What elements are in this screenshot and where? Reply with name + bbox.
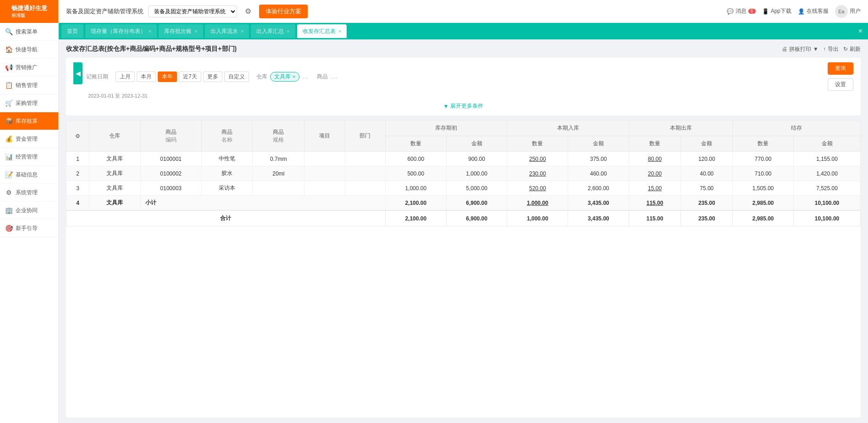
messages-btn[interactable]: 💬 消息 6 [727, 7, 756, 15]
page-title: 收发存汇总表(按仓库+商品编码+商品+规格型号+项目+部门) [66, 45, 237, 53]
tab-summary-close[interactable]: × [287, 29, 289, 34]
sidebar-item-enterprise[interactable]: 🏢 企业协同 [0, 202, 58, 220]
tab-batch-account-close[interactable]: × [194, 29, 197, 34]
avatar-text: Ea [838, 9, 844, 14]
tab-home[interactable]: 首页 [61, 24, 83, 38]
date-label: 记账日期 [86, 73, 108, 81]
sidebar-label-sales: 销售管理 [16, 82, 38, 89]
settings-icon[interactable]: ⚙ [242, 5, 254, 18]
total-row: 合计 2,100.00 6,900.00 1,000.00 3,435.00 1… [66, 210, 861, 226]
collapse-arrow-btn[interactable]: ◀ [73, 62, 83, 84]
row3-out-qty[interactable]: 15.00 [629, 181, 681, 196]
col-group-opening: 库存期初 [385, 121, 507, 136]
sidebar-item-operations[interactable]: 📊 经营管理 [0, 148, 58, 166]
tab-inventory-dist-close[interactable]: × [149, 29, 151, 34]
product-label: 商品 [317, 73, 328, 81]
date-btn-last-month[interactable]: 上月 [116, 71, 135, 82]
tab-recv-summary[interactable]: 收发存汇总表 × [297, 24, 347, 38]
row1-in-qty[interactable]: 250.00 [507, 152, 568, 166]
app-logo: 畅捷通好生意 标准版 [0, 0, 58, 23]
export-btn[interactable]: ↑ 导出 [823, 45, 839, 53]
row2-in-amt: 460.00 [568, 166, 629, 181]
subtotal-out-qty[interactable]: 115.00 [629, 196, 681, 211]
subtotal-in-amt: 3,435.00 [568, 196, 629, 211]
row2-balance-qty: 710.00 [733, 166, 794, 181]
sales-icon: 📋 [5, 81, 13, 89]
date-btn-this-month[interactable]: 本月 [137, 71, 156, 82]
sidebar-item-marketing[interactable]: 📢 营销推广 [0, 59, 58, 77]
topbar: 装备及固定资产辅助管理系统 装备及固定资产辅助管理系统 ⚙ 体验行业方案 💬 消… [59, 0, 868, 23]
tab-batch-account[interactable]: 库存批次账 × [159, 24, 203, 38]
app-download-btn[interactable]: 📱 App下载 [762, 7, 791, 15]
sidebar-item-inventory[interactable]: 📦 库存核算 [0, 112, 58, 130]
col-settings[interactable]: ⚙ [66, 121, 89, 152]
warehouse-filter-dots[interactable]: ... [302, 73, 310, 80]
tab-summary[interactable]: 出入库汇总 × [251, 24, 295, 38]
warehouse-tag-remove[interactable]: × [293, 74, 295, 79]
set-btn[interactable]: 设置 [828, 78, 853, 91]
row1-seq: 1 [66, 152, 89, 166]
row3-department [345, 181, 385, 196]
sidebar-item-base-info[interactable]: 📝 基础信息 [0, 166, 58, 184]
subtotal-in-qty[interactable]: 1,000.00 [507, 196, 568, 211]
row3-product-name: 采访本 [201, 181, 253, 196]
sidebar-label-system: 系统管理 [16, 189, 38, 197]
date-btn-this-year[interactable]: 本年 [158, 71, 177, 82]
col-product-spec: 商品规格 [253, 121, 304, 152]
col-group-in: 本期入库 [507, 121, 629, 136]
messages-badge: 6 [748, 9, 756, 14]
date-btn-more[interactable]: 更多 [203, 71, 222, 82]
sidebar-item-purchase[interactable]: 🛒 采购管理 [0, 94, 58, 112]
table-settings-icon[interactable]: ⚙ [75, 133, 80, 139]
tab-flow[interactable]: 出入库流水 × [205, 24, 249, 38]
row1-in-amt: 375.00 [568, 152, 629, 166]
query-btn[interactable]: 查询 [828, 62, 853, 75]
expand-conditions-btn[interactable]: ▼ 展开更多条件 [73, 99, 853, 111]
row2-in-qty[interactable]: 230.00 [507, 166, 568, 181]
sidebar-label-search: 搜索菜单 [16, 28, 38, 36]
user-menu[interactable]: Ea 用户 [835, 5, 861, 18]
home-icon: 🏠 [5, 45, 13, 54]
subtotal-label: 小计 [140, 196, 385, 211]
expand-label: 展开更多条件 [450, 102, 483, 110]
tab-batch-account-label: 库存批次账 [164, 27, 192, 35]
row1-out-qty[interactable]: 80.00 [629, 152, 681, 166]
content-area: 收发存汇总表(按仓库+商品编码+商品+规格型号+项目+部门) 🖨 拼板打印 ▼ … [59, 39, 868, 423]
col-out-amt: 金额 [681, 136, 733, 152]
tab-inventory-dist[interactable]: 现存量（库存分布表） × [85, 24, 157, 38]
date-btn-custom[interactable]: 自定义 [224, 71, 249, 82]
system-select[interactable]: 装备及固定资产辅助管理系统 [148, 5, 237, 17]
purchase-icon: 🛒 [5, 99, 13, 107]
online-support-btn[interactable]: 👤 在线客服 [798, 7, 829, 15]
row3-opening-qty: 1,000.00 [385, 181, 446, 196]
tab-inventory-dist-label: 现存量（库存分布表） [91, 27, 146, 35]
col-balance-qty: 数量 [733, 136, 794, 152]
total-in-qty: 1,000.00 [507, 210, 568, 226]
user-label: 用户 [850, 7, 861, 15]
date-btn-7days[interactable]: 近7天 [179, 71, 201, 82]
row1-product-spec: 0.7mm [253, 152, 304, 166]
sidebar-item-guide[interactable]: 🎯 新手引导 [0, 220, 58, 237]
row3-in-qty[interactable]: 520.00 [507, 181, 568, 196]
avatar: Ea [835, 5, 848, 18]
system-icon: ⚙ [5, 188, 13, 197]
print-btn[interactable]: 🖨 拼板打印 ▼ [782, 45, 818, 53]
tab-bar-close-btn[interactable]: × [855, 27, 866, 35]
date-buttons: 上月 本月 本年 近7天 更多 自定义 [116, 71, 249, 82]
sidebar-label-marketing: 营销推广 [16, 64, 38, 71]
row2-out-qty[interactable]: 20.00 [629, 166, 681, 181]
refresh-btn[interactable]: ↻ 刷新 [843, 45, 861, 53]
product-filter-dots[interactable]: ... [331, 73, 338, 80]
warehouse-tag[interactable]: 文具库 × [270, 72, 299, 82]
row3-balance-amt: 7,525.00 [794, 181, 861, 196]
sidebar-item-sales[interactable]: 📋 销售管理 [0, 77, 58, 94]
tab-recv-summary-close[interactable]: × [338, 29, 341, 34]
warehouse-tag-text: 文具库 [274, 73, 291, 81]
trial-btn[interactable]: 体验行业方案 [259, 5, 308, 18]
sidebar-item-quick-nav[interactable]: 🏠 快捷导航 [0, 41, 58, 59]
tab-flow-close[interactable]: × [241, 29, 243, 34]
sidebar-item-system[interactable]: ⚙ 系统管理 [0, 184, 58, 202]
sidebar-label-finance: 资金管理 [16, 135, 38, 143]
sidebar-item-search[interactable]: 🔍 搜索菜单 [0, 23, 58, 41]
sidebar-item-finance[interactable]: 💰 资金管理 [0, 130, 58, 148]
